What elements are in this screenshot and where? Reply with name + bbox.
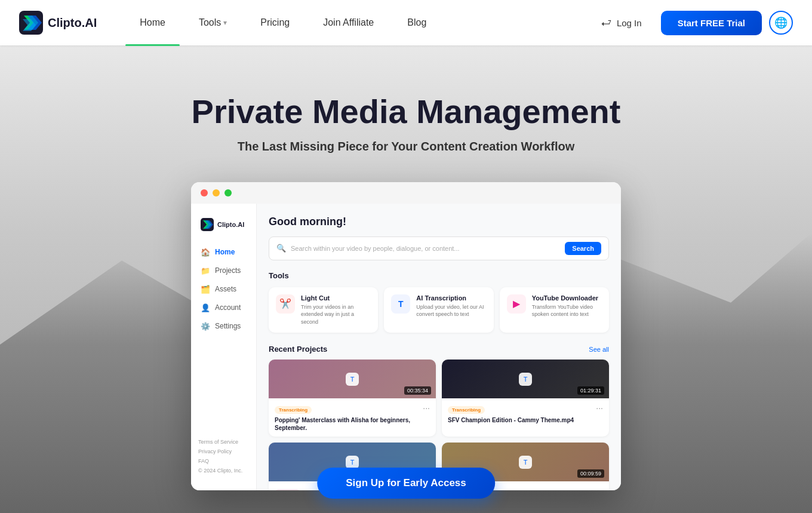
project-thumb-1: T 01:29:31 bbox=[442, 360, 609, 398]
search-bar: 🔍 Search within your video by people, di… bbox=[269, 236, 609, 260]
app-greeting: Good morning! bbox=[269, 216, 609, 228]
login-button[interactable]: ⮐ Log In bbox=[589, 11, 654, 35]
copyright: © 2024 Clipto, Inc. bbox=[198, 466, 249, 475]
home-icon: 🏠 bbox=[201, 248, 210, 257]
recent-projects-see-all[interactable]: See all bbox=[589, 346, 609, 353]
sidebar-logo-icon bbox=[201, 218, 214, 231]
nav-link-home[interactable]: Home bbox=[125, 13, 180, 33]
transcription-icon: T bbox=[391, 294, 410, 314]
project-menu-3[interactable]: ··· bbox=[596, 486, 603, 490]
lightcut-icon: ✂️ bbox=[276, 294, 295, 314]
signup-button[interactable]: Sign Up for Early Access bbox=[317, 468, 495, 499]
nav-link-affiliate[interactable]: Join Affiliate bbox=[309, 13, 388, 33]
projects-icon: 📁 bbox=[201, 266, 210, 275]
lightcut-desc: Trim your videos in an extended way in j… bbox=[301, 303, 371, 326]
logo-text: Clipto.AI bbox=[48, 16, 97, 30]
sidebar-item-projects[interactable]: 📁 Projects bbox=[191, 262, 256, 280]
titlebar-close-dot bbox=[201, 189, 208, 196]
project-thumb-0: T 00:35:34 bbox=[269, 360, 436, 398]
transcription-desc: Upload your video, let our AI convert sp… bbox=[416, 303, 486, 318]
login-icon: ⮐ bbox=[601, 17, 612, 29]
recent-projects-header: Recent Projects See all bbox=[269, 345, 609, 354]
project-thumb-icon-3: T bbox=[519, 456, 532, 469]
nav-link-pricing[interactable]: Pricing bbox=[246, 13, 304, 33]
app-main: Good morning! 🔍 Search within your video… bbox=[257, 204, 621, 490]
project-badge-2: Waiting bbox=[275, 489, 300, 490]
project-card-0[interactable]: T 00:35:34 Transcribing Popping' Masterc… bbox=[269, 360, 436, 437]
tool-card-transcription[interactable]: T AI Transcription Upload your video, le… bbox=[384, 287, 493, 333]
tools-section-title: Tools bbox=[269, 271, 609, 280]
project-menu-1[interactable]: ··· bbox=[596, 403, 603, 413]
nav-logo[interactable]: Clipto.AI bbox=[19, 11, 97, 35]
assets-icon: 🗂️ bbox=[201, 285, 210, 294]
project-badge-0: Transcribing bbox=[275, 406, 312, 414]
project-card-1[interactable]: T 01:29:31 Transcribing SFV Champion Edi… bbox=[442, 360, 609, 437]
youtube-name: YouTube Downloader bbox=[532, 294, 602, 302]
project-duration-1: 01:29:31 bbox=[577, 386, 604, 395]
lightcut-name: Light Cut bbox=[301, 294, 371, 302]
sidebar-footer: Terms of Service Privacy Policy FAQ © 20… bbox=[191, 432, 256, 481]
search-button[interactable]: Search bbox=[565, 242, 601, 255]
hero-subtitle: The Last Missing Piece for Your Content … bbox=[238, 140, 575, 153]
tools-chevron-icon: ▾ bbox=[223, 19, 227, 27]
project-duration-3: 00:09:59 bbox=[577, 469, 604, 478]
recent-projects-title: Recent Projects bbox=[269, 345, 327, 354]
terms-link[interactable]: Terms of Service bbox=[198, 437, 249, 447]
logo-icon bbox=[19, 11, 43, 35]
titlebar-minimize-dot bbox=[213, 189, 220, 196]
settings-icon: ⚙️ bbox=[201, 322, 210, 331]
project-thumb-icon-2: T bbox=[346, 456, 359, 469]
hero-section: Private Media Management The Last Missin… bbox=[0, 45, 812, 513]
sidebar-item-account[interactable]: 👤 Account bbox=[191, 299, 256, 317]
sidebar-item-home[interactable]: 🏠 Home bbox=[191, 243, 256, 262]
search-input[interactable]: Search within your video by people, dial… bbox=[291, 245, 560, 252]
project-thumb-icon-0: T bbox=[346, 373, 359, 386]
nav-links: Home Tools ▾ Pricing Join Affiliate Blog bbox=[125, 13, 589, 33]
project-thumb-icon-1: T bbox=[519, 373, 532, 386]
youtube-desc: Transform YouTube video spoken content i… bbox=[532, 303, 602, 318]
sidebar-item-assets[interactable]: 🗂️ Assets bbox=[191, 280, 256, 299]
transcription-name: AI Transcription bbox=[416, 294, 486, 302]
project-badge-1: Transcribing bbox=[448, 406, 485, 414]
privacy-link[interactable]: Privacy Policy bbox=[198, 447, 249, 456]
project-name-1: SFV Champion Edition - Cammy Theme.mp4 bbox=[448, 416, 574, 424]
globe-button[interactable]: 🌐 bbox=[769, 11, 793, 35]
nav-link-blog[interactable]: Blog bbox=[393, 13, 441, 33]
sidebar-item-settings[interactable]: ⚙️ Settings bbox=[191, 317, 256, 336]
app-titlebar bbox=[191, 182, 621, 204]
hero-title: Private Media Management bbox=[192, 93, 621, 130]
app-body: Clipto.AI 🏠 Home 📁 Projects 🗂️ Assets 👤 … bbox=[191, 204, 621, 490]
app-screenshot: Clipto.AI 🏠 Home 📁 Projects 🗂️ Assets 👤 … bbox=[191, 182, 621, 490]
sidebar-logo: Clipto.AI bbox=[191, 213, 256, 236]
faq-link[interactable]: FAQ bbox=[198, 456, 249, 466]
sidebar-logo-text: Clipto.AI bbox=[217, 221, 244, 228]
tool-card-youtube[interactable]: ▶ YouTube Downloader Transform YouTube v… bbox=[500, 287, 609, 333]
youtube-icon: ▶ bbox=[507, 294, 526, 314]
search-icon: 🔍 bbox=[276, 244, 286, 253]
nav-link-tools[interactable]: Tools ▾ bbox=[184, 13, 241, 33]
tool-card-lightcut[interactable]: ✂️ Light Cut Trim your videos in an exte… bbox=[269, 287, 378, 333]
project-menu-0[interactable]: ··· bbox=[423, 403, 430, 413]
navbar: Clipto.AI Home Tools ▾ Pricing Join Affi… bbox=[0, 0, 812, 45]
project-duration-0: 00:35:34 bbox=[404, 386, 431, 395]
app-sidebar: Clipto.AI 🏠 Home 📁 Projects 🗂️ Assets 👤 … bbox=[191, 204, 257, 490]
nav-right: ⮐ Log In Start FREE Trial 🌐 bbox=[589, 11, 793, 35]
tools-grid: ✂️ Light Cut Trim your videos in an exte… bbox=[269, 287, 609, 333]
titlebar-maximize-dot bbox=[224, 189, 232, 196]
project-name-0: Popping' Masterclass with Alisha for beg… bbox=[275, 416, 423, 432]
globe-icon: 🌐 bbox=[774, 16, 788, 29]
trial-button[interactable]: Start FREE Trial bbox=[661, 11, 762, 35]
signup-banner: Sign Up for Early Access bbox=[317, 468, 495, 499]
account-icon: 👤 bbox=[201, 303, 210, 312]
